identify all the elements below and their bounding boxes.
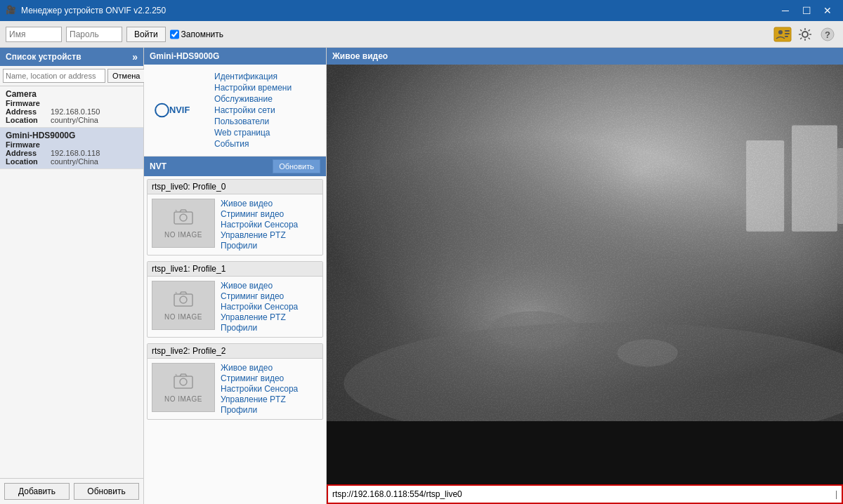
- profile-links-1: Живое видео Стриминг видео Настройки Сен…: [221, 281, 298, 333]
- cancel-search-button[interactable]: Отмена: [107, 69, 145, 83]
- device-panel-footer: Добавить Обновить: [0, 478, 143, 504]
- svg-rect-2: [785, 30, 790, 32]
- profile-2-ptz[interactable]: Управление PTZ: [221, 394, 298, 404]
- camera-icon-1: [173, 291, 194, 312]
- search-bar: Отмена: [0, 66, 143, 86]
- nvt-title: NVT: [150, 161, 166, 171]
- login-button[interactable]: Войти: [126, 27, 166, 42]
- onvif-logo: NVIF: [151, 72, 207, 149]
- video-header: Живое видео: [327, 48, 843, 65]
- link-network-settings[interactable]: Настройки сети: [214, 105, 292, 115]
- no-image-text-0: NO IMAGE: [164, 231, 202, 239]
- profile-0-sensor-settings[interactable]: Настройки Сенсора: [221, 220, 298, 230]
- maximize-button[interactable]: ☐: [797, 4, 816, 18]
- no-image-text-2: NO IMAGE: [164, 395, 202, 403]
- url-bar: |: [327, 484, 843, 504]
- profile-1-profiles[interactable]: Профили: [221, 323, 298, 333]
- profile-2-streaming[interactable]: Стриминг видео: [221, 373, 298, 383]
- profile-header-1: rtsp_live1: Profile_1: [148, 262, 322, 277]
- profile-links-0: Живое видео Стриминг видео Настройки Сен…: [221, 199, 298, 251]
- svg-rect-3: [785, 33, 790, 34]
- link-identification[interactable]: Идентификация: [214, 72, 292, 81]
- selected-device-header: Gmini-HDS9000G: [144, 48, 326, 65]
- svg-point-17: [180, 378, 187, 385]
- profile-content-0: NO IMAGE Живое видео Стриминг видео Наст…: [148, 194, 322, 255]
- device-item-camera[interactable]: Camera Firmware Address 192.168.0.150 Lo…: [0, 86, 143, 128]
- profile-2-profiles[interactable]: Профили: [221, 405, 298, 415]
- app-icon: 🎥: [6, 5, 17, 16]
- refresh-devices-button[interactable]: Обновить: [74, 483, 139, 500]
- window-controls: ─ ☐ ✕: [776, 4, 837, 18]
- link-maintenance[interactable]: Обслуживание: [214, 94, 292, 104]
- main-layout: Список устройств » Отмена Camera Firmwar…: [0, 48, 843, 504]
- svg-point-8: [155, 104, 169, 117]
- device-firmware-row-gmini: Firmware: [6, 140, 138, 149]
- onvif-section: NVIF Идентификация Настройки времени Обс…: [144, 65, 326, 157]
- device-location-row-camera: Location country/China: [6, 116, 138, 124]
- search-input[interactable]: [3, 69, 105, 83]
- help-icon: ?: [820, 27, 835, 42]
- nvt-header: NVT Обновить: [144, 157, 326, 176]
- cursor-indicator: |: [835, 489, 842, 499]
- profile-0-streaming[interactable]: Стриминг видео: [221, 209, 298, 219]
- profile-0-ptz[interactable]: Управление PTZ: [221, 230, 298, 240]
- firmware-label-gmini: Firmware: [6, 140, 48, 149]
- user-icon-button[interactable]: [773, 25, 792, 44]
- profile-1-live-video[interactable]: Живое видео: [221, 281, 298, 291]
- profile-2-sensor-settings[interactable]: Настройки Сенсора: [221, 384, 298, 394]
- collapse-button[interactable]: »: [132, 51, 138, 62]
- device-panel-title: Список устройств: [6, 52, 81, 62]
- svg-text:NVIF: NVIF: [169, 105, 190, 115]
- minimize-button[interactable]: ─: [776, 4, 795, 18]
- profile-0-profiles[interactable]: Профили: [221, 241, 298, 251]
- nvt-refresh-button[interactable]: Обновить: [273, 159, 320, 173]
- profile-item-0: rtsp_live0: Profile_0 NO IMAGE Живое в: [147, 179, 323, 256]
- remember-checkbox-label[interactable]: Запомнить: [170, 27, 223, 42]
- link-users[interactable]: Пользователи: [214, 117, 292, 126]
- add-device-button[interactable]: Добавить: [4, 483, 70, 500]
- device-location-row-gmini: Location country/China: [6, 157, 138, 166]
- device-panel-header: Список устройств »: [0, 48, 143, 66]
- svg-text:?: ?: [825, 29, 830, 40]
- close-button[interactable]: ✕: [818, 4, 837, 18]
- settings-icon-button[interactable]: [795, 25, 815, 44]
- remember-label: Запомнить: [181, 29, 223, 39]
- profile-item-2: rtsp_live2: Profile_2 NO IMAGE Живое в: [147, 343, 323, 420]
- link-time-settings[interactable]: Настройки времени: [214, 83, 292, 93]
- help-icon-button[interactable]: ?: [818, 25, 837, 44]
- device-item-gmini[interactable]: Gmini-HDS9000G Firmware Address 192.168.…: [0, 128, 143, 169]
- titlebar: 🎥 Менеджер устройств ONVIF v2.2.250 ─ ☐ …: [0, 0, 843, 21]
- toolbar: Войти Запомнить ?: [0, 21, 843, 48]
- location-label-gmini: Location: [6, 157, 48, 166]
- svg-rect-4: [785, 36, 788, 37]
- svg-point-1: [778, 30, 783, 34]
- profile-2-live-video[interactable]: Живое видео: [221, 363, 298, 373]
- profile-item-1: rtsp_live1: Profile_1 NO IMAGE Живое в: [147, 261, 323, 338]
- profile-links-2: Живое видео Стриминг видео Настройки Сен…: [221, 363, 298, 415]
- link-events[interactable]: События: [214, 139, 292, 149]
- app-title: Менеджер устройств ONVIF v2.2.250: [21, 6, 776, 15]
- remember-checkbox[interactable]: [170, 27, 179, 42]
- username-input[interactable]: [6, 27, 62, 42]
- link-web-page[interactable]: Web страница: [214, 128, 292, 138]
- device-address-row-camera: Address 192.168.0.150: [6, 107, 138, 116]
- video-container: [327, 65, 843, 421]
- svg-point-14: [180, 296, 187, 303]
- camera-feed: [327, 65, 843, 421]
- svg-rect-28: [327, 65, 843, 421]
- address-value-gmini: 192.168.0.118: [51, 149, 100, 157]
- stream-url-input[interactable]: [328, 489, 835, 499]
- address-label-camera: Address: [6, 107, 48, 116]
- profile-1-sensor-settings[interactable]: Настройки Сенсора: [221, 302, 298, 312]
- password-input[interactable]: [66, 27, 122, 42]
- middle-panel: Gmini-HDS9000G NVIF Идентификация Настро…: [144, 48, 327, 504]
- location-value-camera: country/China: [51, 116, 98, 124]
- profile-1-ptz[interactable]: Управление PTZ: [221, 312, 298, 322]
- address-label-gmini: Address: [6, 149, 48, 157]
- profile-0-live-video[interactable]: Живое видео: [221, 199, 298, 208]
- video-bottom-bar: [327, 421, 843, 484]
- profile-1-streaming[interactable]: Стриминг видео: [221, 291, 298, 301]
- profile-content-1: NO IMAGE Живое видео Стриминг видео Наст…: [148, 277, 322, 337]
- user-icon: [773, 27, 792, 42]
- camera-icon-2: [173, 373, 194, 394]
